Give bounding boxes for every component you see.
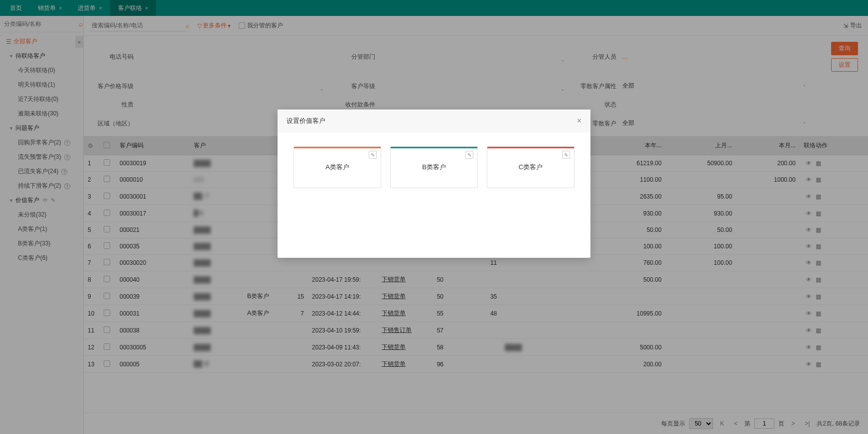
card-label: B类客户 bbox=[391, 163, 477, 172]
customer-class-card-c[interactable]: ✎ C类客户 bbox=[487, 146, 575, 188]
customer-class-card-a[interactable]: ✎ A类客户 bbox=[293, 146, 381, 188]
card-label: A类客户 bbox=[294, 163, 381, 172]
close-icon[interactable]: × bbox=[577, 116, 581, 125]
edit-icon[interactable]: ✎ bbox=[369, 151, 377, 159]
card-label: C类客户 bbox=[487, 163, 574, 172]
modal-overlay[interactable]: 设置价值客户 × ✎ A类客户 ✎ B类客户 ✎ C类客户 bbox=[0, 0, 868, 434]
edit-icon[interactable]: ✎ bbox=[562, 151, 570, 159]
value-customer-modal: 设置价值客户 × ✎ A类客户 ✎ B类客户 ✎ C类客户 bbox=[278, 109, 590, 258]
edit-icon[interactable]: ✎ bbox=[465, 151, 473, 159]
modal-title: 设置价值客户 bbox=[287, 116, 325, 125]
customer-class-card-b[interactable]: ✎ B类客户 bbox=[390, 146, 478, 188]
